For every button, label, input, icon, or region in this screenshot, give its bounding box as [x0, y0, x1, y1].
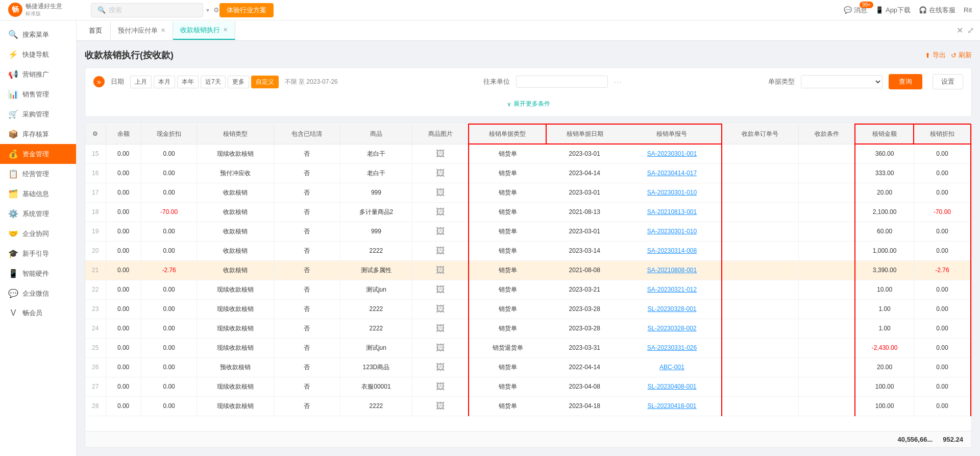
refresh-icon: ↺ — [951, 52, 957, 59]
online-service-button[interactable]: 🎧 在线客服 — [919, 6, 955, 15]
date-btn-last-month[interactable]: 上月 — [130, 76, 152, 88]
app-download-button[interactable]: 📱 App下载 — [875, 6, 911, 15]
goods-img-icon: 🖼 — [436, 401, 445, 411]
message-icon: 💬 — [844, 6, 852, 14]
sidebar-item-5[interactable]: 📦库存核算 — [0, 124, 76, 144]
voucher-type-label: 单据类型 — [768, 77, 795, 86]
goods-img-icon: 🖼 — [436, 207, 445, 217]
gear-icon[interactable]: ⚙ — [92, 130, 98, 137]
message-button[interactable]: 💬 消息 99+ — [844, 6, 867, 15]
th-cancel-type: 核销类型 — [197, 124, 274, 144]
sidebar-icon-3: 📊 — [8, 89, 18, 99]
sidebar-label-14: 畅会员 — [22, 308, 42, 318]
sidebar-label-12: 智能硬件 — [22, 269, 49, 278]
window-controls: ✕ ⤢ — [957, 26, 980, 35]
expand-more-button[interactable]: ∨ 展开更多条件 — [507, 100, 550, 108]
th-included: 包含已结清 — [274, 124, 340, 144]
footer-total-discount: 952.24 — [943, 436, 963, 443]
app-name: 畅捷通好生意 — [26, 3, 62, 10]
filter-expand-button[interactable]: » — [93, 76, 105, 87]
sidebar-item-0[interactable]: 🔍搜索菜单 — [0, 25, 76, 44]
th-cash-discount: 现金折扣 — [141, 124, 197, 144]
th-balance: 余额 — [106, 124, 141, 144]
settings-gear-icon[interactable]: ⚙ — [213, 6, 219, 14]
date-btn-this-month[interactable]: 本月 — [154, 76, 175, 88]
date-btn-7days[interactable]: 近7天 — [201, 76, 226, 88]
tab-cancel[interactable]: 收款核销执行 ✕ — [173, 21, 235, 40]
sidebar-item-12[interactable]: 📱智能硬件 — [0, 263, 76, 283]
sidebar-item-10[interactable]: 🤝企业协同 — [0, 224, 76, 244]
sidebar-item-2[interactable]: 📢营销推广 — [0, 64, 76, 84]
maximize-window-icon[interactable]: ⤢ — [967, 26, 974, 35]
export-button[interactable]: ⬆ 导出 — [925, 51, 946, 60]
sidebar-label-11: 新手引导 — [22, 249, 49, 258]
goods-img-icon: 🖼 — [436, 323, 445, 333]
date-filter-label: 日期 — [111, 77, 124, 86]
voucher-type-select[interactable] — [801, 75, 883, 88]
sidebar-label-6: 资金管理 — [22, 150, 49, 159]
th-gear: ⚙ — [85, 124, 106, 144]
table-header-row: ⚙ 余额 现金折扣 核销类型 包含已结清 商品 商品图片 核销单据类型 核销单据… — [85, 124, 971, 144]
goods-img-icon: 🖼 — [436, 265, 445, 275]
app-edition: 标准版 — [26, 10, 62, 17]
tab-cancel-close-icon[interactable]: ✕ — [223, 27, 228, 33]
filter-dots: ··· — [614, 78, 623, 86]
table-scroll[interactable]: ⚙ 余额 现金折扣 核销类型 包含已结清 商品 商品图片 核销单据类型 核销单据… — [85, 124, 971, 431]
top-search-area: 🔍 搜索 ▾ ⚙ 体验行业方案 — [91, 3, 838, 17]
sidebar-item-9[interactable]: ⚙️系统管理 — [0, 204, 76, 224]
tab-prepay-close-icon[interactable]: ✕ — [161, 27, 165, 34]
query-button[interactable]: 查询 — [889, 74, 922, 89]
refresh-button[interactable]: ↺ 刷新 — [951, 51, 972, 60]
goods-img-icon: 🖼 — [436, 246, 445, 256]
sidebar-label-1: 快捷导航 — [22, 50, 49, 59]
sidebar-label-10: 企业协同 — [22, 229, 49, 238]
trial-button[interactable]: 体验行业方案 — [219, 3, 274, 17]
sidebar-item-13[interactable]: 💬企业微信 — [0, 283, 76, 303]
from-unit-input[interactable] — [516, 76, 608, 88]
goods-img-icon: 🖼 — [436, 187, 445, 198]
sidebar-item-7[interactable]: 📋经营管理 — [0, 164, 76, 184]
export-label: 导出 — [933, 51, 946, 60]
goods-img-icon: 🖼 — [436, 168, 445, 178]
date-btn-more[interactable]: 更多 — [228, 76, 249, 88]
sidebar: 🔍搜索菜单⚡快捷导航📢营销推广📊销售管理🛒采购管理📦库存核算💰资金管理📋经营管理… — [0, 20, 77, 456]
date-btn-custom[interactable]: 自定义 — [251, 76, 279, 88]
th-cancel-bill-type: 核销单据类型 — [469, 124, 546, 144]
page-title: 收款核销执行(按收款) — [85, 49, 174, 61]
sidebar-icon-6: 💰 — [8, 149, 18, 159]
date-btn-this-year[interactable]: 本年 — [177, 76, 199, 88]
sidebar-icon-1: ⚡ — [8, 50, 18, 59]
sidebar-icon-9: ⚙️ — [8, 209, 18, 219]
table-footer: 40,556,66... 952.24 — [85, 431, 971, 447]
th-goods: 商品 — [340, 124, 412, 144]
table-row: 210.00-2.76收款核销否测试多属性🖼销货单2021-08-08SA-20… — [85, 260, 971, 280]
setting-button[interactable]: 设置 — [933, 74, 963, 89]
sidebar-item-8[interactable]: 🗂️基础信息 — [0, 184, 76, 204]
table-row: 250.000.00现续收款核销否测试jun🖼销货退货单2023-03-31SA… — [85, 338, 971, 357]
sidebar-item-3[interactable]: 📊销售管理 — [0, 84, 76, 104]
sidebar-icon-13: 💬 — [8, 289, 18, 298]
sidebar-item-11[interactable]: 🎓新手引导 — [0, 244, 76, 263]
search-icon: 🔍 — [97, 6, 106, 14]
sidebar-icon-2: 📢 — [8, 69, 18, 79]
sidebar-item-4[interactable]: 🛒采购管理 — [0, 104, 76, 124]
close-window-icon[interactable]: ✕ — [957, 26, 963, 35]
sidebar-item-6[interactable]: 💰资金管理 — [0, 144, 76, 164]
table-row: 170.000.00收款核销否999🖼销货单2023-03-01SA-20230… — [85, 183, 971, 202]
sidebar-item-1[interactable]: ⚡快捷导航 — [0, 44, 76, 64]
tab-prepay[interactable]: 预付冲应付单 ✕ — [111, 22, 173, 39]
goods-img-icon: 🖼 — [436, 226, 445, 236]
tab-home[interactable]: 首页 — [81, 22, 111, 39]
goods-img-icon: 🖼 — [436, 343, 445, 353]
goods-img-icon: 🖼 — [436, 304, 445, 314]
sidebar-item-14[interactable]: V畅会员 — [0, 303, 76, 323]
sidebar-icon-7: 📋 — [8, 169, 18, 179]
search-dropdown-icon[interactable]: ▾ — [206, 7, 209, 14]
th-goods-img: 商品图片 — [412, 124, 469, 144]
table-row: 270.000.00现续收款核销否衣服00001🖼销货单2023-04-08SL… — [85, 377, 971, 396]
app-download-icon: 📱 — [875, 6, 884, 14]
sidebar-icon-10: 🤝 — [8, 229, 18, 238]
table-row: 280.000.00现续收款核销否2222🖼销货单2023-04-18SL-20… — [85, 396, 971, 416]
message-badge: 99+ — [860, 2, 873, 8]
from-unit-label: 往来单位 — [483, 77, 510, 86]
